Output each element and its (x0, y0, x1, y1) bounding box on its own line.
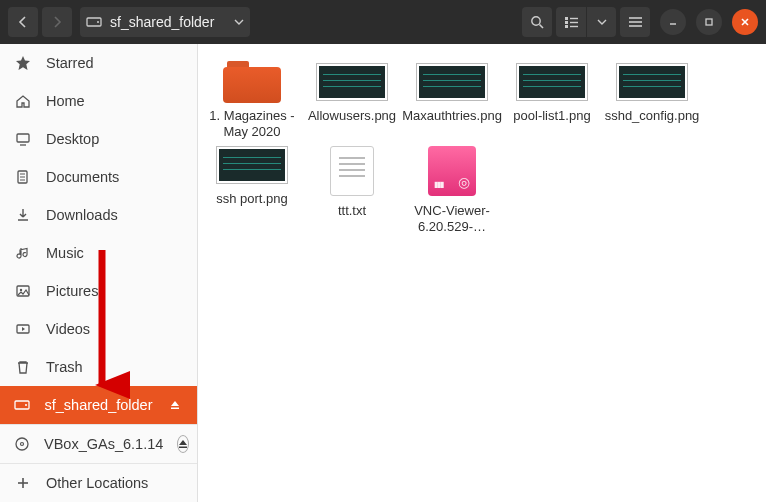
folder-icon (217, 62, 287, 102)
sidebar-item-music[interactable]: Music (0, 234, 197, 272)
sidebar-item-label: VBox_GAs_6.1.14 (44, 436, 163, 452)
svg-point-24 (20, 289, 22, 291)
drive-icon (86, 15, 102, 29)
sidebar-item-label: Desktop (46, 131, 99, 147)
list-view-button[interactable] (556, 7, 586, 37)
sidebar-item-label: Starred (46, 55, 94, 71)
svg-rect-17 (17, 134, 29, 142)
sidebar-item-pictures[interactable]: Pictures (0, 272, 197, 310)
file-item[interactable]: sshd_config.png (606, 62, 698, 141)
pictures-icon (14, 283, 32, 299)
svg-point-29 (16, 438, 28, 450)
svg-rect-5 (565, 21, 568, 24)
sidebar-item-vbox-gas-6-1-14[interactable]: VBox_GAs_6.1.14 (0, 425, 197, 463)
sidebar: StarredHomeDesktopDocumentsDownloadsMusi… (0, 44, 198, 502)
file-label: Allowusers.png (308, 108, 396, 124)
plus-icon (14, 475, 32, 491)
disc-icon (14, 436, 30, 452)
file-item[interactable]: 1. Magazines - May 2020 (206, 62, 298, 141)
deb-icon (417, 145, 487, 197)
file-label: ssh port.png (216, 191, 288, 207)
svg-rect-28 (171, 408, 179, 410)
file-item[interactable]: Allowusers.png (306, 62, 398, 141)
sidebar-item-other-locations[interactable]: Other Locations (0, 464, 197, 502)
view-mode-group (556, 7, 616, 37)
svg-point-30 (21, 443, 24, 446)
maximize-button[interactable] (696, 9, 722, 35)
sidebar-item-downloads[interactable]: Downloads (0, 196, 197, 234)
drive-icon (14, 398, 30, 412)
star-icon (14, 55, 32, 71)
svg-point-1 (97, 21, 99, 23)
file-label: pool-list1.png (513, 108, 590, 124)
png-icon (517, 62, 587, 102)
sidebar-item-label: Home (46, 93, 85, 109)
path-bar[interactable]: sf_shared_folder (80, 7, 250, 37)
desktop-icon (14, 131, 32, 147)
sidebar-item-label: Downloads (46, 207, 118, 223)
file-content-area[interactable]: 1. Magazines - May 2020Allowusers.pngMax… (198, 44, 766, 502)
sidebar-item-trash[interactable]: Trash (0, 348, 197, 386)
search-button[interactable] (522, 7, 552, 37)
png-icon (217, 145, 287, 185)
sidebar-item-label: Documents (46, 169, 119, 185)
sidebar-item-desktop[interactable]: Desktop (0, 120, 197, 158)
file-label: sshd_config.png (605, 108, 700, 124)
sidebar-item-home[interactable]: Home (0, 82, 197, 120)
png-icon (417, 62, 487, 102)
file-item[interactable]: Maxauthtries.png (406, 62, 498, 141)
close-button[interactable] (732, 9, 758, 35)
view-options-button[interactable] (586, 7, 616, 37)
home-icon (14, 93, 32, 109)
eject-button[interactable] (167, 396, 183, 414)
sidebar-item-label: Music (46, 245, 84, 261)
svg-rect-31 (179, 447, 187, 449)
minimize-button[interactable] (660, 9, 686, 35)
svg-point-27 (25, 404, 27, 406)
file-label: ttt.txt (338, 203, 366, 219)
sidebar-item-label: sf_shared_folder (44, 397, 152, 413)
file-item[interactable]: ttt.txt (306, 145, 398, 236)
nav-back-button[interactable] (8, 7, 38, 37)
sidebar-item-sf-shared-folder[interactable]: sf_shared_folder (0, 386, 197, 424)
eject-button[interactable] (177, 435, 189, 453)
file-label: Maxauthtries.png (402, 108, 502, 124)
svg-rect-14 (706, 19, 712, 25)
sidebar-item-documents[interactable]: Documents (0, 158, 197, 196)
trash-icon (14, 359, 32, 375)
music-icon (14, 245, 32, 261)
chevron-down-icon (234, 17, 244, 27)
titlebar: sf_shared_folder (0, 0, 766, 44)
nav-forward-button[interactable] (42, 7, 72, 37)
svg-line-3 (539, 24, 543, 28)
file-label: VNC-Viewer-6.20.529-… (406, 203, 498, 236)
file-item[interactable]: pool-list1.png (506, 62, 598, 141)
file-item[interactable]: ssh port.png (206, 145, 298, 236)
svg-rect-4 (565, 17, 568, 20)
sidebar-item-label: Videos (46, 321, 90, 337)
svg-point-2 (531, 16, 539, 24)
file-item[interactable]: VNC-Viewer-6.20.529-… (406, 145, 498, 236)
downloads-icon (14, 207, 32, 223)
videos-icon (14, 321, 32, 337)
file-label: 1. Magazines - May 2020 (206, 108, 298, 141)
hamburger-menu-button[interactable] (620, 7, 650, 37)
sidebar-item-starred[interactable]: Starred (0, 44, 197, 82)
txt-icon (317, 145, 387, 197)
png-icon (317, 62, 387, 102)
png-icon (617, 62, 687, 102)
svg-rect-6 (565, 25, 568, 28)
sidebar-item-label: Pictures (46, 283, 98, 299)
sidebar-item-label: Trash (46, 359, 83, 375)
path-label: sf_shared_folder (110, 14, 214, 30)
documents-icon (14, 169, 32, 185)
sidebar-item-label: Other Locations (46, 475, 148, 491)
sidebar-item-videos[interactable]: Videos (0, 310, 197, 348)
